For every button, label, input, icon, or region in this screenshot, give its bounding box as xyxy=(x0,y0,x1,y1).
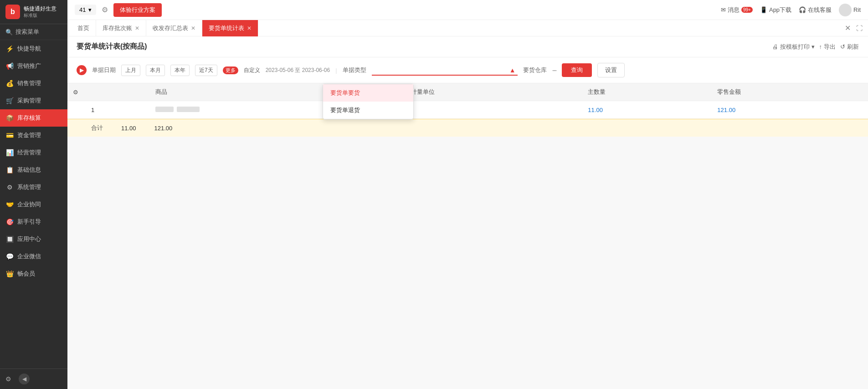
sidebar-item-operation[interactable]: 📊 经营管理 xyxy=(0,144,67,161)
product-placeholder-1 xyxy=(155,107,174,112)
filter-settings-button[interactable]: 设置 xyxy=(597,63,625,77)
row-qty-link[interactable]: 11.00 xyxy=(588,107,603,113)
row-amount-link[interactable]: 121.00 xyxy=(717,107,735,113)
col-settings-header[interactable]: ⚙ xyxy=(67,83,86,101)
tab-close-collect[interactable]: ✕ xyxy=(191,25,195,31)
industry-button[interactable]: 体验行业方案 xyxy=(113,3,162,17)
sidebar-logo: b 畅捷通好生意 标准版 xyxy=(0,0,67,24)
message-badge: 99+ xyxy=(741,7,753,13)
settings-bottom-icon[interactable]: ⚙ xyxy=(5,375,11,383)
messages-button[interactable]: ✉ 消息 99+ xyxy=(721,6,753,14)
type-dropdown-menu: 要货单要货 要货单退货 xyxy=(323,84,414,119)
sidebar-item-marketing[interactable]: 📢 营销推广 xyxy=(0,57,67,75)
print-icon: 🖨 xyxy=(772,43,778,50)
app-center-icon: 🔲 xyxy=(5,235,14,243)
sidebar-item-wechat[interactable]: 💬 企业微信 xyxy=(0,248,67,265)
query-button[interactable]: 查询 xyxy=(562,63,592,77)
refresh-button[interactable]: ↺ 刷新 xyxy=(840,43,859,51)
basic-icon: 📋 xyxy=(5,166,14,174)
logo-text: 畅捷通好生意 标准版 xyxy=(24,5,56,19)
footer-amount-value: 121.00 xyxy=(154,125,173,132)
row-settings-cell xyxy=(67,101,86,119)
tabs-bar: 首页 库存批次账 ✕ 收发存汇总表 ✕ 要货单统计表 ✕ ✕ ⛶ xyxy=(67,20,868,36)
store-selector[interactable]: 41 ▾ xyxy=(75,5,96,15)
date-range-display: 2023-05-06 至 2023-06-06 xyxy=(266,67,330,74)
col-no-header xyxy=(86,83,150,101)
print-button[interactable]: 🖨 按模板打印 ▾ xyxy=(772,43,815,51)
online-service-button[interactable]: 🎧 在线客服 xyxy=(799,6,832,14)
tab-expand-icon[interactable]: ⛶ xyxy=(854,25,864,32)
tab-close-batch[interactable]: ✕ xyxy=(135,25,139,31)
tab-collect-summary[interactable]: 收发存汇总表 ✕ xyxy=(146,20,202,36)
avatar-image xyxy=(839,4,852,16)
col-unit-header: 主计量单位 xyxy=(400,83,582,101)
refresh-icon: ↺ xyxy=(840,43,845,50)
date-last-month[interactable]: 上月 xyxy=(121,65,140,76)
tab-close-order[interactable]: ✕ xyxy=(247,25,252,31)
dropdown-item-return[interactable]: 要货单退货 xyxy=(323,102,413,119)
sidebar-item-system[interactable]: ⚙ 系统管理 xyxy=(0,179,67,196)
sidebar-item-app-center[interactable]: 🔲 应用中心 xyxy=(0,230,67,248)
dropdown-item-order[interactable]: 要货单要货 xyxy=(323,84,413,102)
header-right: ✉ 消息 99+ 📱 App下载 🎧 在线客服 Rit xyxy=(721,4,861,16)
filter-bar: ▶ 单据日期 上月 本月 本年 近7天 更多 自定义 2023-05-06 至 … xyxy=(67,57,868,83)
tab-batch-account[interactable]: 库存批次账 ✕ xyxy=(96,20,146,36)
row-no-cell: 1 xyxy=(86,101,150,119)
table-footer: 合计 11.00 121.00 xyxy=(67,119,868,137)
search-menu[interactable]: 🔍 搜索菜单 xyxy=(0,24,67,40)
date-this-month[interactable]: 本月 xyxy=(146,65,165,76)
sidebar-item-finance[interactable]: 💳 资金管理 xyxy=(0,127,67,144)
page-header: 要货单统计表(按商品) 🖨 按模板打印 ▾ ↑ 导出 ↺ 刷新 xyxy=(67,36,868,57)
footer-total-label: 合计 xyxy=(73,124,103,132)
table-row: 1 块 11.00 121.00 xyxy=(67,101,868,119)
date-7days[interactable]: 近7天 xyxy=(195,65,217,76)
tab-home[interactable]: 首页 xyxy=(71,20,96,36)
sidebar-item-purchase[interactable]: 🛒 采购管理 xyxy=(0,92,67,109)
system-icon: ⚙ xyxy=(5,183,14,191)
header-gear-icon[interactable]: ⚙ xyxy=(102,5,108,14)
row-amount-cell: 121.00 xyxy=(712,101,868,119)
message-icon: ✉ xyxy=(721,6,726,13)
export-button[interactable]: ↑ 导出 xyxy=(819,43,836,51)
sidebar-collapse-button[interactable]: ◀ xyxy=(19,374,30,384)
page-title: 要货单统计表(按商品) xyxy=(77,42,147,51)
sidebar-item-inventory[interactable]: 📦 库存核算 xyxy=(0,109,67,127)
sidebar-item-member[interactable]: 👑 畅会员 xyxy=(0,265,67,282)
guide-icon: 🎯 xyxy=(5,218,14,226)
table-container: ⚙ 商品 主计量单位 主数量 零售金额 1 xyxy=(67,83,868,119)
page-actions: 🖨 按模板打印 ▾ ↑ 导出 ↺ 刷新 xyxy=(772,43,859,51)
sidebar-nav: ⚡ 快捷导航 📢 营销推广 💰 销售管理 🛒 采购管理 📦 库存核算 💳 资金管… xyxy=(0,40,67,369)
print-dropdown-icon: ▾ xyxy=(812,43,815,50)
row-unit-cell: 块 xyxy=(400,101,582,119)
date-more-badge[interactable]: 更多 xyxy=(223,67,238,74)
type-select: ▲ xyxy=(372,65,518,76)
sidebar-item-sales[interactable]: 💰 销售管理 xyxy=(0,75,67,92)
table-settings-icon[interactable]: ⚙ xyxy=(73,89,78,96)
date-custom[interactable]: 自定义 xyxy=(244,67,260,74)
quick-icon: ⚡ xyxy=(5,45,14,53)
app-download-button[interactable]: 📱 App下载 xyxy=(760,6,791,14)
filter-divider: | xyxy=(335,67,337,74)
type-select-arrow[interactable]: ▲ xyxy=(509,67,516,74)
user-avatar[interactable]: Rit xyxy=(839,4,861,16)
member-icon: 👑 xyxy=(5,270,14,278)
export-icon: ↑ xyxy=(819,43,822,50)
filter-more-dots[interactable]: ··· xyxy=(552,66,556,75)
store-dropdown-icon: ▾ xyxy=(88,6,92,13)
operation-icon: 📊 xyxy=(5,148,14,157)
sidebar-item-quick[interactable]: ⚡ 快捷导航 xyxy=(0,40,67,57)
search-icon: 🔍 xyxy=(5,29,13,36)
date-this-year[interactable]: 本年 xyxy=(170,65,190,76)
finance-icon: 💳 xyxy=(5,131,14,139)
inventory-icon: 📦 xyxy=(5,114,14,122)
date-label: 单据日期 xyxy=(92,66,116,74)
store-number: 41 xyxy=(79,6,86,13)
tab-close-all-icon[interactable]: ✕ xyxy=(841,24,854,32)
sidebar-item-enterprise[interactable]: 🤝 企业协同 xyxy=(0,196,67,213)
sidebar-item-guide[interactable]: 🎯 新手引导 xyxy=(0,213,67,230)
filter-expand-button[interactable]: ▶ xyxy=(77,65,87,75)
tab-order-stats[interactable]: 要货单统计表 ✕ xyxy=(202,20,258,36)
type-select-input[interactable] xyxy=(372,65,518,76)
data-table: ⚙ 商品 主计量单位 主数量 零售金额 1 xyxy=(67,83,868,119)
sidebar-item-basic[interactable]: 📋 基础信息 xyxy=(0,161,67,179)
